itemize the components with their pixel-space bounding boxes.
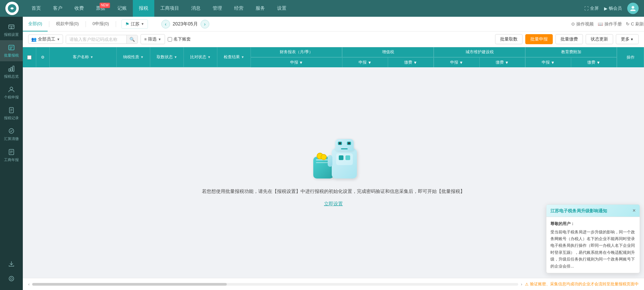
search-button[interactable]: 🔍: [126, 35, 138, 44]
status-update-button[interactable]: 状态更新: [586, 34, 613, 44]
video-icon: ⊙: [571, 21, 575, 26]
region-text: 江苏: [131, 21, 140, 27]
sidebar-item-batch-tax[interactable]: 批量报税: [0, 40, 23, 61]
edu-pay-filter-icon[interactable]: ▼: [596, 60, 600, 65]
sidebar-user-settings[interactable]: [0, 271, 23, 286]
nav-messages[interactable]: 消息: [185, 0, 207, 17]
notification-greeting: 尊敬的用户：: [550, 220, 636, 227]
svg-rect-12: [13, 66, 14, 71]
tab-zero-declare[interactable]: 0申报(0): [87, 17, 114, 31]
empty-message: 若您想使用批量报税功能，请先在【报税设置】中进行报税的初始化设置，完成密码验证和…: [202, 187, 465, 196]
th-vat-group: 增值税: [342, 47, 434, 57]
tabs-period-row: 全部(0) 税款申报(0) 0申报(0) ⚑ 江苏 ▼ ‹ 2023年05月 ›…: [23, 17, 644, 31]
batch-declare-button[interactable]: 批量申报: [525, 34, 553, 44]
fullscreen-button[interactable]: ⛶ 全屏: [584, 5, 599, 11]
personal-tax-icon: [7, 85, 15, 93]
sidebar-item-tax-overview[interactable]: 报税总览: [0, 61, 23, 82]
th-edu-group: 教育费附加: [526, 47, 617, 57]
nav-tax[interactable]: 报税: [133, 0, 154, 17]
vat-pay-filter-icon[interactable]: ▼: [413, 60, 417, 65]
batch-pay-button[interactable]: 批量缴费: [555, 34, 583, 44]
setup-link[interactable]: 立即设置: [324, 201, 343, 207]
svg-rect-6: [9, 45, 14, 50]
sidebar-download[interactable]: [0, 257, 23, 271]
vat-declare-filter-icon[interactable]: ▼: [368, 60, 372, 65]
name-filter-icon[interactable]: ▼: [90, 55, 94, 59]
sidebar-item-tax-record[interactable]: 报税记录: [0, 103, 23, 124]
th-financial-sub-declare: 申报 ▼: [251, 57, 342, 67]
account-checkbox[interactable]: [168, 37, 172, 42]
nav-home[interactable]: 首页: [25, 0, 47, 17]
th-check[interactable]: [23, 47, 36, 67]
member-button[interactable]: ▶ 畅会员: [604, 5, 622, 11]
take-status-filter-icon[interactable]: ▼: [174, 55, 177, 59]
scroll-right-arrow[interactable]: ›: [521, 282, 522, 287]
action-refresh[interactable]: ↻ C 刷新: [626, 21, 644, 27]
user-settings-icon: [7, 275, 15, 283]
urban-declare-filter-icon[interactable]: ▼: [459, 60, 463, 65]
user-avatar[interactable]: [627, 3, 639, 14]
nav-accounting[interactable]: 记账: [111, 0, 133, 17]
sidebar-item-annual-report[interactable]: 工商年报: [0, 145, 23, 165]
sidebar-item-personal-tax[interactable]: 个税申报: [0, 82, 23, 103]
batch-fetch-button[interactable]: 批量取数: [495, 34, 523, 44]
th-financial-group: 财务报表（月/季）: [251, 47, 342, 57]
compare-status-filter-icon[interactable]: ▼: [208, 55, 211, 59]
app-logo[interactable]: [5, 2, 19, 15]
region-selector[interactable]: ⚑ 江苏 ▼: [121, 19, 148, 29]
check-result-filter-icon[interactable]: ▼: [241, 55, 245, 59]
employee-chevron-icon: ▼: [57, 38, 60, 41]
fullscreen-icon: ⛶: [584, 6, 589, 11]
search-icon: 🔍: [129, 37, 135, 42]
nav-operations[interactable]: 经营: [228, 0, 250, 17]
notification-close-button[interactable]: ×: [633, 208, 636, 213]
top-nav-right: ⛶ 全屏 ▶ 畅会员: [584, 3, 639, 14]
period-next-button[interactable]: ›: [201, 20, 209, 28]
nav-business[interactable]: 工商项目: [154, 0, 185, 17]
sidebar-label-tax-overview: 报税总览: [4, 74, 19, 79]
nav-billing[interactable]: 收费: [68, 0, 90, 17]
toolbar: 👥 全部员工 ▼ 🔍 ≡ 筛选 ▼ 名下账套 批量取数 批量申报: [23, 31, 644, 47]
batch-tax-icon: [7, 44, 15, 52]
period-text: 2023年05月: [173, 21, 198, 27]
table-header: ⚙ 客户名称 ▼ 纳税性质 ▼ 取数状态 ▼ 比对状态: [23, 47, 644, 67]
sidebar-item-tax-settings[interactable]: 报税设置: [0, 19, 23, 40]
nav-invoice[interactable]: 票据 NEW: [90, 0, 111, 17]
period-prev-button[interactable]: ‹: [161, 20, 170, 28]
nav-management[interactable]: 管理: [207, 0, 228, 17]
tax-type-filter-icon[interactable]: ▼: [141, 55, 144, 59]
svg-point-23: [9, 276, 14, 281]
th-edu-pay: 缴费 ▼: [571, 57, 617, 67]
nav-customer[interactable]: 客户: [47, 0, 68, 17]
employee-select[interactable]: 👥 全部员工 ▼: [28, 34, 63, 44]
warning-message: ⚠ 验证账密、采集信息均成功的企业才会流转至批量报税页面中: [525, 281, 639, 287]
select-all-checkbox[interactable]: [27, 55, 32, 60]
edu-declare-filter-icon[interactable]: ▼: [551, 60, 555, 65]
nav-services[interactable]: 服务: [250, 0, 271, 17]
sidebar-label-tax-record: 报税记录: [4, 116, 19, 120]
horizontal-scrollbar[interactable]: [32, 283, 518, 286]
th-action: 操作: [617, 47, 644, 67]
sidebar-item-settlement[interactable]: 汇算清缴: [0, 124, 23, 144]
more-button[interactable]: 更多 ▼: [616, 34, 639, 44]
action-manual[interactable]: 📖 操作手册: [598, 21, 622, 27]
scroll-left-arrow[interactable]: ‹: [28, 282, 30, 287]
urban-pay-filter-icon[interactable]: ▼: [505, 60, 509, 65]
financial-declare-filter-icon[interactable]: ▼: [299, 60, 303, 65]
account-checkbox-label[interactable]: 名下账套: [168, 36, 191, 42]
tab-all[interactable]: 全部(0): [23, 17, 48, 31]
action-video[interactable]: ⊙ 操作视频: [571, 21, 594, 27]
filter-button[interactable]: ≡ 筛选 ▼: [141, 34, 165, 44]
search-input[interactable]: [66, 35, 126, 44]
nav-settings[interactable]: 设置: [271, 0, 292, 17]
th-vat-pay: 缴费 ▼: [388, 57, 434, 67]
tab-divider-3: [116, 21, 116, 27]
member-icon: ▶: [604, 6, 607, 11]
new-badge: NEW: [100, 3, 110, 8]
period-selector: ‹ 2023年05月 ›: [155, 20, 216, 28]
th-gear[interactable]: ⚙: [36, 47, 50, 67]
download-icon: [7, 260, 15, 268]
tab-tax-declare[interactable]: 税款申报(0): [51, 17, 84, 31]
sidebar-label-tax-settings: 报税设置: [4, 32, 19, 37]
svg-rect-11: [11, 67, 12, 71]
